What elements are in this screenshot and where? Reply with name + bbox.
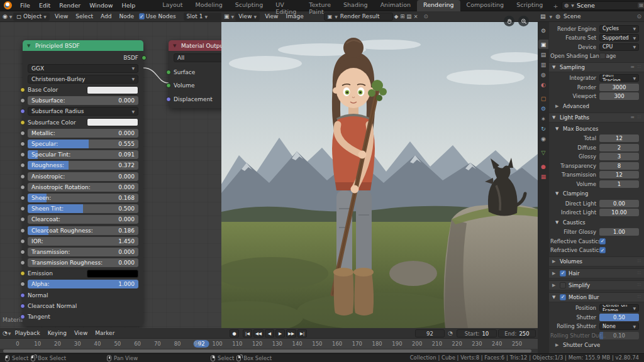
collapse-arrow-icon[interactable]: ▶ bbox=[552, 259, 557, 264]
image-mode-dropdown[interactable]: View ▼ bbox=[235, 13, 260, 21]
output-node-header[interactable]: ▼ Material Output bbox=[169, 40, 221, 51]
input-socket-gray[interactable] bbox=[20, 174, 25, 179]
input-socket-green[interactable] bbox=[166, 83, 171, 88]
menu-view[interactable]: View bbox=[51, 13, 72, 19]
reflective-caustics-checkbox[interactable]: ✓ bbox=[599, 238, 606, 244]
anisotropic-slider[interactable]: Anisotropic:0.000 bbox=[28, 172, 138, 181]
total-number[interactable]: 12 bbox=[599, 134, 639, 142]
render-engine-dropdown[interactable]: Cycles▼ bbox=[599, 25, 639, 33]
ggx-dropdown[interactable]: GGX▼ bbox=[28, 64, 138, 73]
blender-logo-icon[interactable] bbox=[4, 1, 12, 9]
expand-arrow-icon[interactable]: ▼ bbox=[552, 295, 557, 300]
properties-tab-render-icon[interactable]: ▣ bbox=[538, 40, 548, 49]
collapse-node-icon[interactable]: ▼ bbox=[27, 43, 32, 48]
add-workspace-button[interactable]: + bbox=[549, 1, 562, 9]
motion-blur-checkbox[interactable]: ✓ bbox=[560, 294, 566, 300]
subsurface-radius-dropdown[interactable]: Subsurface Radius▼ bbox=[28, 107, 138, 116]
input-socket-gray[interactable] bbox=[20, 152, 25, 157]
menu-render[interactable]: Render bbox=[55, 2, 85, 9]
sheen-tint-slider[interactable]: Sheen Tint:0.500 bbox=[28, 204, 138, 213]
input-socket-gray[interactable] bbox=[20, 260, 25, 265]
input-socket-gray[interactable] bbox=[20, 239, 25, 244]
workspace-tab-sculpting[interactable]: Sculpting bbox=[229, 0, 269, 11]
feature-set-dropdown[interactable]: Supported▼ bbox=[599, 34, 639, 41]
input-socket-purple[interactable] bbox=[20, 293, 25, 298]
pin-icon[interactable]: ⊙ bbox=[424, 13, 428, 19]
workspace-tab-shading[interactable]: Shading bbox=[337, 0, 374, 11]
rolling-shutter-dropdown[interactable]: None▼ bbox=[599, 322, 639, 330]
properties-tab-physics-icon[interactable]: ↻ bbox=[538, 124, 548, 133]
specular-tint-slider[interactable]: Specular Tint:0.091 bbox=[28, 150, 138, 159]
input-socket-gray[interactable] bbox=[20, 185, 25, 190]
pin-icon[interactable]: ⊙ bbox=[636, 13, 641, 19]
principled-bsdf-node[interactable]: ▼ Principled BSDF BSDF GGX▼Christensen-B… bbox=[23, 40, 143, 326]
new-image-icon[interactable]: ⊞ bbox=[400, 13, 404, 19]
prev-keyframe-button[interactable]: ◀◀ bbox=[253, 329, 264, 337]
section-light-paths[interactable]: ▼Light Paths≡∷ bbox=[549, 112, 644, 123]
shutter-slider[interactable]: 0.50 bbox=[599, 314, 639, 321]
alpha-slider[interactable]: Alpha:1.000 bbox=[28, 280, 138, 288]
input-socket-gray[interactable] bbox=[20, 228, 25, 233]
input-socket-purple[interactable] bbox=[20, 304, 25, 309]
workspace-tab-compositing[interactable]: Compositing bbox=[460, 0, 511, 11]
frame-start-field[interactable]: Start: 10 bbox=[457, 329, 497, 337]
properties-tab-output-icon[interactable]: ▤ bbox=[538, 50, 548, 59]
roughness-slider[interactable]: Roughness:0.372 bbox=[28, 161, 138, 170]
image-datablock-selector[interactable]: ▣ ▼ Render Result bbox=[324, 13, 393, 21]
input-socket-yellow[interactable] bbox=[20, 87, 25, 92]
slot-dropdown[interactable]: Slot 1 ▼ bbox=[184, 13, 221, 21]
input-socket-yellow[interactable] bbox=[20, 271, 25, 276]
transmission-number[interactable]: 12 bbox=[599, 171, 639, 178]
position-dropdown[interactable]: Center on Frame▼ bbox=[599, 304, 639, 312]
christensen-burley-dropdown[interactable]: Christensen-Burley▼ bbox=[28, 75, 138, 84]
refractive-caustics-checkbox[interactable]: ✓ bbox=[599, 247, 606, 253]
collapse-arrow-icon[interactable]: ▶ bbox=[555, 343, 560, 348]
properties-tab-constraints-icon[interactable]: ◉ bbox=[538, 134, 548, 143]
emission-swatch[interactable] bbox=[87, 270, 138, 278]
indirect-light-number[interactable]: 10.00 bbox=[599, 209, 639, 216]
workspace-tab-texture-paint[interactable]: Texture Paint bbox=[303, 0, 337, 11]
properties-tab-object-data-icon[interactable]: ▽ bbox=[538, 148, 548, 157]
open-image-icon[interactable]: ▤ bbox=[406, 13, 411, 19]
timeline-ruler[interactable]: 92 0102030405060708090100110120130140150… bbox=[0, 339, 538, 349]
specular-slider[interactable]: Specular:0.555 bbox=[28, 140, 138, 148]
workspace-tab-rendering[interactable]: Rendering bbox=[417, 0, 460, 11]
expand-arrow-icon[interactable]: ▼ bbox=[555, 191, 560, 196]
material-output-node[interactable]: ▼ Material Output All ▼ SurfaceVolumeDis… bbox=[169, 40, 221, 108]
use-nodes-checkbox[interactable]: ✓ bbox=[139, 13, 145, 19]
timeline-editor-type-icon[interactable]: ◔ bbox=[3, 330, 8, 336]
sheen-slider[interactable]: Sheen:0.168 bbox=[28, 194, 138, 202]
current-frame-field[interactable]: 92 bbox=[415, 329, 445, 337]
output-target-dropdown[interactable]: All ▼ bbox=[174, 53, 221, 62]
input-socket-purple[interactable] bbox=[20, 109, 25, 114]
play-button[interactable]: ▶ bbox=[275, 329, 285, 337]
input-socket-gray[interactable] bbox=[20, 195, 25, 200]
viewport-number[interactable]: 300 bbox=[599, 92, 639, 100]
input-socket-gray[interactable] bbox=[20, 206, 25, 211]
next-keyframe-button[interactable]: ▶▶ bbox=[286, 329, 296, 337]
expand-arrow-icon[interactable]: ▼ bbox=[555, 220, 560, 225]
section-sampling[interactable]: ▼Sampling≡∷ bbox=[549, 62, 644, 72]
properties-editor-type-icon[interactable]: ▤ bbox=[540, 13, 546, 19]
properties-tab-world-icon[interactable]: ◐ bbox=[538, 80, 548, 89]
filter-glossy-number[interactable]: 1.00 bbox=[599, 228, 639, 236]
properties-tab-object-icon[interactable]: ▢ bbox=[538, 94, 548, 103]
collapse-arrow-icon[interactable]: ▶ bbox=[552, 271, 557, 276]
input-socket-gray[interactable] bbox=[20, 250, 25, 255]
scene-selector[interactable]: ◍ ▼ Scene ⊞ × bbox=[562, 1, 644, 10]
menu-marker[interactable]: Marker bbox=[91, 330, 118, 336]
pan-hand-button[interactable] bbox=[504, 16, 514, 26]
render-number[interactable]: 3000 bbox=[599, 84, 639, 91]
menu-file[interactable]: File bbox=[16, 2, 35, 9]
properties-tab-modifiers-icon[interactable]: ⚙ bbox=[538, 104, 548, 113]
clock-icon[interactable]: ◔ bbox=[448, 330, 453, 336]
collapse-node-icon[interactable]: ▼ bbox=[173, 43, 178, 48]
menu-view[interactable]: View bbox=[70, 330, 91, 336]
expand-arrow-icon[interactable]: ▼ bbox=[552, 115, 557, 120]
input-socket-gray[interactable] bbox=[20, 141, 25, 146]
input-socket-gray[interactable] bbox=[20, 131, 25, 136]
base-color-swatch[interactable] bbox=[87, 86, 138, 94]
workspace-tab-scripting[interactable]: Scripting bbox=[510, 0, 549, 11]
input-socket-gray[interactable] bbox=[20, 163, 25, 168]
shader-mode-dropdown[interactable]: ▢ Object ▼ bbox=[13, 13, 50, 21]
